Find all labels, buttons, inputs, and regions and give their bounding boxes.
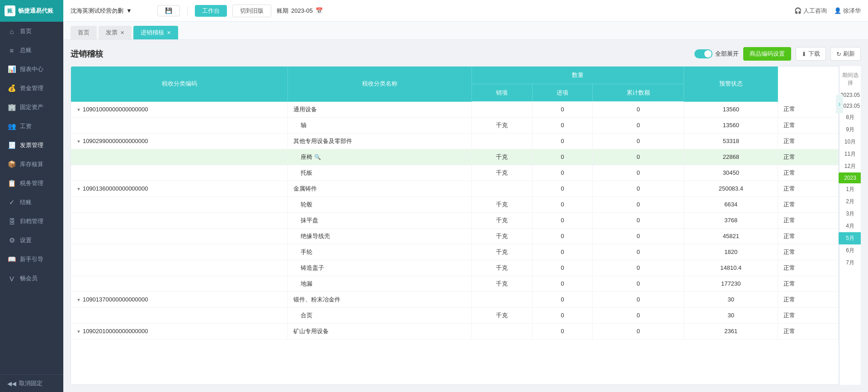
sidebar-item-assets[interactable]: 🏢 固定资产 — [0, 98, 63, 117]
expand-icon[interactable]: ▼ — [76, 186, 81, 191]
sidebar-item-vip[interactable]: V 畅会员 — [0, 269, 63, 288]
sidebar-item-label: 发票管理 — [20, 141, 43, 149]
sidebar-item-guide[interactable]: 📖 新手引导 — [0, 250, 63, 269]
user-icon: 👤 — [834, 7, 841, 14]
table-row[interactable]: ▼10901370000000000000锻件、粉末冶金件0030正常 — [71, 292, 839, 307]
tab-invoice[interactable]: 发票 ✕ — [99, 26, 132, 39]
table-row[interactable]: 地漏千克00177230正常 — [71, 276, 839, 292]
sidebar-item-label: 资金管理 — [20, 84, 43, 92]
expand-icon[interactable]: ▼ — [76, 139, 81, 144]
headset-icon: 🎧 — [794, 7, 802, 14]
table-row[interactable]: 轮毂千克006634正常 — [71, 196, 839, 212]
unpin-label: 取消固定 — [19, 379, 42, 387]
table-row[interactable]: 绝缘导线壳千克0045821正常 — [71, 228, 839, 244]
th-sales: 销项 — [472, 84, 532, 102]
save-button[interactable]: 💾 — [157, 5, 180, 16]
company-name: 沈海英测试经营勿删 — [71, 7, 123, 15]
th-cumulative: 累计数额 — [593, 84, 684, 102]
invoice-icon: 🧾 — [7, 141, 16, 149]
table-row[interactable]: 手轮千克001820正常 — [71, 244, 839, 260]
tab-home-label: 首页 — [78, 29, 90, 37]
expand-icon[interactable]: ▼ — [76, 329, 81, 334]
toggle-label: 全部展开 — [715, 50, 739, 58]
tab-reconcile[interactable]: 进销稽核 ✕ — [133, 26, 178, 39]
sidebar-item-inventory[interactable]: 📦 库存核算 — [0, 155, 63, 174]
table-container: 税收分类编码 税收分类名称 数量 预警状态 销项 进项 累计数额 ▼109010… — [71, 66, 839, 385]
expand-icon[interactable]: ▼ — [76, 297, 81, 302]
period-value: 2023-05 — [291, 7, 313, 14]
unpin-button[interactable]: ◀◀ 取消固定 — [0, 374, 63, 392]
table-row[interactable]: ▼10902010000000000000矿山专用设备002361正常 — [71, 323, 839, 339]
tabs-bar: 首页 发票 ✕ 进销稽核 ✕ — [63, 22, 868, 40]
right-panel: › 期间选择 2023.052023.058月9月10月11月12月20231月… — [839, 66, 861, 385]
sidebar-item-home[interactable]: ⌂ 首页 — [0, 22, 63, 41]
support-button[interactable]: 🎧 人工咨询 — [794, 7, 827, 15]
download-icon: ⬇ — [802, 51, 807, 57]
sidebar-item-closing[interactable]: ✓ 结账 — [0, 193, 63, 212]
page-header: 进销稽核 全部展开 商品编码设置 ⬇ 下载 ↻ 刷新 — [71, 47, 861, 61]
table-row[interactable]: 合页千克0030正常 — [71, 307, 839, 323]
closing-icon: ✓ — [7, 198, 16, 206]
table-row[interactable]: ▼10901000000000000000通用设备0013560正常 — [71, 101, 839, 117]
settings-icon: ⚙ — [7, 236, 16, 244]
support-label: 人工咨询 — [803, 7, 827, 15]
sidebar-item-settings[interactable]: ⚙ 设置 — [0, 231, 63, 250]
sidebar-item-archive[interactable]: 🗄 归档管理 — [0, 212, 63, 231]
download-label: 下载 — [808, 50, 820, 58]
table-row[interactable]: ▼10901360000000000000金属铸件00250083.4正常 — [71, 181, 839, 196]
calendar-icon: 📅 — [316, 7, 323, 14]
refresh-label: 刷新 — [843, 50, 855, 58]
tab-invoice-close[interactable]: ✕ — [120, 30, 124, 36]
company-selector[interactable]: 沈海英测试经营勿删 ▼ — [71, 7, 152, 15]
page-content: 进销稽核 全部展开 商品编码设置 ⬇ 下载 ↻ 刷新 — [63, 40, 868, 392]
panel-collapse-btn[interactable]: › — [836, 95, 843, 113]
topbar-right: 🎧 人工咨询 👤 徐泽华 — [794, 7, 861, 15]
sidebar-item-tax[interactable]: 📋 税务管理 — [0, 174, 63, 193]
search-icon[interactable]: 🔍 — [314, 154, 321, 160]
workbench-button[interactable]: 工作台 — [195, 5, 227, 17]
sidebar-item-reports[interactable]: 📊 报表中心 — [0, 60, 63, 79]
th-quantity-group: 数量 — [472, 67, 684, 84]
sidebar-item-label: 总账 — [20, 46, 32, 54]
sidebar-item-label: 结账 — [20, 198, 32, 206]
refresh-button[interactable]: ↻ 刷新 — [830, 47, 861, 61]
refresh-icon: ↻ — [836, 51, 841, 57]
user-menu[interactable]: 👤 徐泽华 — [834, 7, 861, 15]
expand-icon[interactable]: ▼ — [76, 107, 81, 112]
tab-reconcile-close[interactable]: ✕ — [167, 30, 171, 36]
sidebar-item-label: 归档管理 — [20, 217, 43, 225]
table-row[interactable]: ▼10902990000000000000其他专用设备及零部件0053318正常 — [71, 133, 839, 149]
sidebar-item-payroll[interactable]: 👥 工资 — [0, 117, 63, 136]
vip-icon: V — [7, 275, 16, 282]
sidebar-item-invoice[interactable]: 🧾 发票管理 — [0, 136, 63, 155]
tab-home[interactable]: 首页 — [71, 26, 97, 39]
period-selector[interactable]: 账期 2023-05 📅 — [277, 7, 323, 15]
toggle-all-expand[interactable]: 全部展开 — [694, 49, 739, 58]
product-code-settings-button[interactable]: 商品编码设置 — [743, 47, 791, 61]
reports-icon: 📊 — [7, 65, 16, 73]
table-row[interactable]: 铸造盖子千克0014810.4正常 — [71, 260, 839, 276]
table-row[interactable]: 托板千克0030450正常 — [71, 165, 839, 181]
download-button[interactable]: ⬇ 下载 — [796, 47, 826, 61]
table-row[interactable]: 座椅 🔍千克0022868正常 — [71, 149, 839, 165]
sidebar-item-label: 设置 — [20, 236, 32, 244]
table-row[interactable]: 抹平盘千克003768正常 — [71, 212, 839, 228]
tab-invoice-label: 发票 — [106, 29, 118, 37]
sidebar-item-label: 库存核算 — [20, 160, 43, 168]
sidebar: 账 畅捷通易代账 ⌂ 首页 ≡ 总账 📊 报表中心 💰 资金管理 🏢 固定资产 … — [0, 0, 63, 392]
guide-icon: 📖 — [7, 255, 16, 263]
sidebar-item-funds[interactable]: 💰 资金管理 — [0, 79, 63, 98]
switch-version-button[interactable]: 切到旧版 — [232, 5, 271, 17]
main-area: 沈海英测试经营勿删 ▼ 💾 工作台 切到旧版 账期 2023-05 📅 🎧 人工… — [63, 0, 868, 392]
unpin-icon: ◀◀ — [7, 380, 16, 387]
user-name: 徐泽华 — [843, 7, 861, 15]
sidebar-item-ledger[interactable]: ≡ 总账 — [0, 41, 63, 60]
table-row[interactable]: 轴千克0013560正常 — [71, 117, 839, 133]
tax-icon: 📋 — [7, 179, 16, 187]
period-label: 账期 — [277, 7, 288, 15]
page-title: 进销稽核 — [71, 48, 103, 59]
tab-reconcile-label: 进销稽核 — [141, 29, 164, 37]
toggle-switch[interactable] — [694, 49, 712, 58]
sidebar-item-label: 首页 — [20, 27, 32, 35]
app-name: 畅捷通易代账 — [18, 7, 53, 15]
